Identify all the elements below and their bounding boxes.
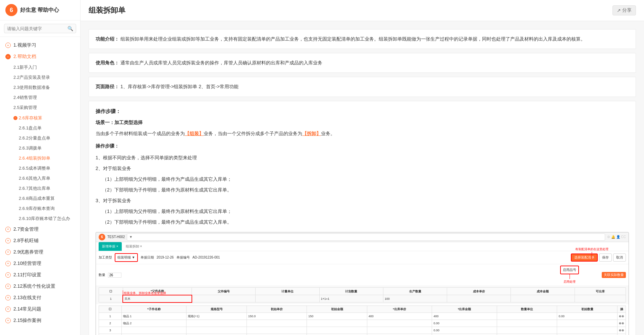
search-icon: 🔍: [67, 26, 73, 31]
sidebar-sub-22[interactable]: 2.2产品安装及登录: [0, 72, 80, 82]
ss-brow2-outprice: [367, 320, 432, 327]
ss-cell-code: [192, 295, 256, 302]
sidebar-item-215[interactable]: + 2.15操作案例: [0, 315, 80, 326]
ss-icons: ⚙ 🔔 👤 CC: [607, 234, 626, 240]
ss-annotation2-container: 组装业务、拆卸业务在这里选择: [123, 290, 166, 296]
page-header: 组装拆卸单 ↗ 分享: [80, 0, 644, 21]
sidebar-item-label: 1.视频学习: [13, 42, 36, 48]
expand-icon-27: +: [5, 227, 11, 232]
expand-icon-29: +: [5, 249, 11, 255]
ss-date-value: 2019-12-26: [157, 255, 174, 261]
sidebar-item-docs[interactable]: − 2.帮助文档: [0, 51, 80, 62]
sidebar-sub-263[interactable]: 2.6.3调拨单: [0, 143, 80, 153]
ss-annotation3-container: 启用品号 启用处理: [560, 266, 579, 284]
ss-brow-unit: [497, 313, 557, 320]
collapse-icon: −: [5, 54, 11, 59]
expand-icon-212: +: [5, 284, 11, 289]
ss-brow2-initprice: [247, 320, 307, 327]
screenshot-table-bottom: ☐ *子件名称 规格型号 初始单价 初始金额 *出库单价 *出库金额 数量单位 …: [99, 305, 626, 335]
step2-text: 2、对于组装业务: [96, 164, 629, 173]
ss-table-bottom-head: ☐ *子件名称 规格型号 初始单价 初始金额 *出库单价 *出库金额 数量单位 …: [99, 305, 626, 313]
ss-logo: 6: [99, 234, 105, 240]
screenshot-form: 加工类型 组装明细 ▼ 单据日期 2019-12-26 单据编号 AD-2019…: [96, 251, 629, 264]
sidebar-sub-264[interactable]: 2.6.4组装拆卸单: [0, 153, 80, 163]
sidebar-sub-24[interactable]: 2.4销售管理: [0, 93, 80, 103]
assemble-link[interactable]: 【组装】: [185, 131, 204, 136]
sidebar-sub-2610[interactable]: 2.6.10库存账本错了怎么办: [0, 214, 80, 224]
screenshot-image: 6 TEST-H002 ▼ ⚙ 🔔 👤 CC 新增单据 × 组装拆卸 × 加工类…: [96, 232, 629, 335]
ss-qty-input: [108, 273, 121, 278]
sidebar-sub-266[interactable]: 2.6.6其他入库单: [0, 173, 80, 183]
step2-sub1: （1）上部明细为父件明细，最终作为产成品生成其它入库单；: [96, 174, 629, 184]
table-row: 1 关木 1+1=1 100: [99, 295, 626, 302]
sidebar-sub-261[interactable]: 2.6.1盘点单: [0, 123, 80, 133]
sidebar-sub-269[interactable]: 2.6.9库存账本查询: [0, 204, 80, 214]
share-button[interactable]: ↗ 分享: [612, 5, 636, 15]
ss-brow2-initamt: [307, 320, 367, 327]
ss-table-top-body: 1 关木 1+1=1 100: [99, 295, 626, 302]
sidebar-sub-265[interactable]: 2.6.5成本调整单: [0, 163, 80, 173]
sidebar-item-214[interactable]: + 2.14常见问题: [0, 303, 80, 315]
ss-cell-check: 1: [99, 295, 123, 302]
ss-bcol-initqty: 初始数量: [557, 305, 618, 313]
ss-tab-active: 新增单据 ×: [99, 242, 122, 251]
screenshot-table-bottom-container: 无固定清单可以直接在这里录入 ☐ *子件名称 规格型号 初始单价 初始金额 *出…: [96, 304, 629, 335]
ss-tab: 组装拆卸 ×: [122, 242, 146, 251]
sidebar-item-label: 2.15操作案例: [13, 318, 41, 324]
sidebar-item-video[interactable]: + 1.视频学习: [0, 40, 80, 51]
sidebar-item-label: 2.12系统个性化设置: [13, 283, 55, 289]
sidebar-item-label: 2.7资金管理: [13, 226, 39, 232]
expand-icon-28: +: [5, 238, 11, 243]
expand-icon: +: [5, 43, 11, 48]
ss-bcol-outamt: *出库金额: [432, 305, 497, 313]
intro-text: 组装拆卸单用来处理企业组装或拆卸等加工业务，支持有固定装配清单的产品加工业务，也…: [120, 36, 585, 42]
ss-app-id: TEST-H002: [107, 234, 125, 240]
ss-bcol-name: *子件名称: [121, 305, 186, 313]
sidebar-sub-262[interactable]: 2.6.2分量盘点单: [0, 133, 80, 143]
ss-brow2-ops: ⊕⊗: [618, 320, 626, 327]
sidebar-item-label: 2.10经营管理: [13, 261, 41, 267]
content-area: 功能介绍： 组装拆卸单用来处理企业组装或拆卸等加工业务，支持有固定装配清单的产品…: [80, 21, 644, 335]
sidebar-sub-268[interactable]: 2.6.8商品成本重算: [0, 193, 80, 204]
sidebar-sub-25[interactable]: 2.5采购管理: [0, 103, 80, 113]
sidebar-item-211[interactable]: + 2.11打印设置: [0, 269, 80, 281]
step1-text: 1、根据不同的业务，选择不同单据的类型来处理: [96, 153, 629, 162]
search-input[interactable]: [7, 26, 67, 31]
ss-cell-amount: [511, 295, 575, 302]
ss-docno-value: AD-20191226-001: [193, 255, 220, 261]
ss-enable-field: 启用品号: [560, 266, 579, 274]
sidebar-item-210[interactable]: + 2.10经营管理: [0, 258, 80, 269]
role-block: 使用角色： 通常由生产人员或库管人员完成拆装业务的操作，库管人员确认原材料的出库…: [89, 53, 636, 73]
disassemble-link[interactable]: 【拆卸】: [302, 131, 321, 136]
step3-text: 3、对于拆装业务: [96, 196, 629, 205]
main-area: 组装拆卸单 ↗ 分享 功能介绍： 组装拆卸单用来处理企业组装或拆卸等加工业务，支…: [80, 0, 644, 335]
sidebar-sub-21[interactable]: 2.1新手入门: [0, 62, 80, 72]
screenshot-table-top-container: ☐ *父件名称 父件编号 计量单位 计划数量 生产数量 成本单价 成本金额 可出…: [96, 286, 629, 304]
role-text: 通常由生产人员或库管人员完成拆装业务的操作，库管人员确认原材料的出库和产成品的入…: [120, 60, 322, 65]
ss-annotation2: 组装业务、拆卸业务在这里选择: [123, 290, 166, 296]
sidebar-item-28[interactable]: + 2.8手机旺铺: [0, 235, 80, 246]
sidebar-sub-23[interactable]: 2.3使用前数据准备: [0, 82, 80, 93]
sidebar-item-label: 2.帮助文档: [13, 54, 36, 60]
scenario1-label: 场景一：加工类型选择: [96, 120, 143, 125]
sidebar-item-212[interactable]: + 2.12系统个性化设置: [0, 281, 80, 292]
sidebar-item-27[interactable]: + 2.7资金管理: [0, 224, 80, 235]
sidebar-sub-267[interactable]: 2.6.7其他出库单: [0, 183, 80, 193]
sidebar-sub-26[interactable]: − 2.6库存核算: [0, 113, 80, 123]
sidebar-item-213[interactable]: + 2.13在线支付: [0, 292, 80, 303]
expand-icon-211: +: [5, 272, 11, 278]
ss-annotation3-text: 启用处理: [564, 279, 576, 284]
sidebar-item-label: 2.9优惠券管理: [13, 249, 43, 255]
ss-table-top-head: ☐ *父件名称 父件编号 计量单位 计划数量 生产数量 成本单价 成本金额 可出…: [99, 288, 626, 295]
ops-block: 操作步骤： 场景一：加工类型选择 当由多个子件材料组装成一个成品的业务为【组装】…: [89, 101, 636, 335]
ss-cell-planqty: 1+1=1: [319, 295, 383, 302]
ss-bcol-unit: 数量单位: [497, 305, 557, 313]
intro-label: 功能介绍：: [96, 36, 119, 42]
ss-url-bar: ▼: [127, 233, 605, 241]
ss-brow-name: 物品 1: [121, 313, 186, 320]
search-box[interactable]: 🔍: [4, 24, 76, 33]
share-label: 分享: [622, 7, 632, 13]
steps-label: 操作步骤：: [96, 142, 629, 150]
ss-annotation2-text: 组装业务、拆卸业务在这里选择: [124, 290, 166, 296]
sidebar-item-29[interactable]: + 2.9优惠券管理: [0, 246, 80, 258]
